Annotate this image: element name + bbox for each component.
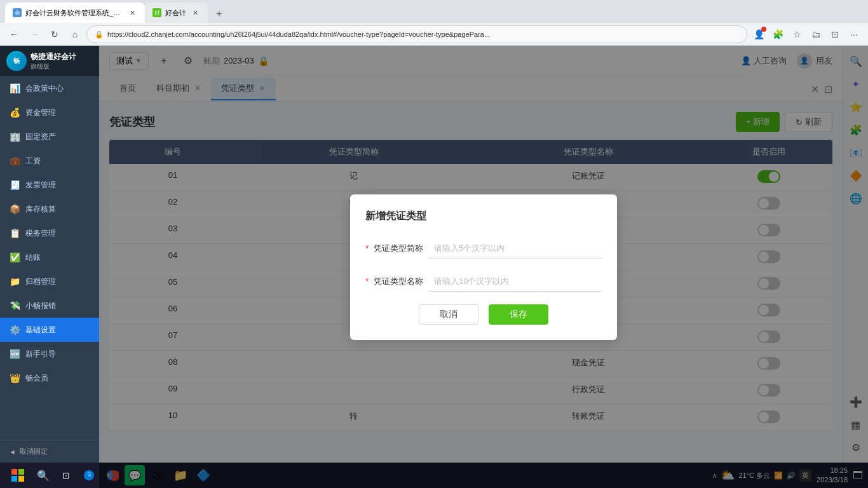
sidebar-item-checkout[interactable]: ✅ 结账 (0, 245, 99, 269)
sidebar-item-settings[interactable]: ⚙️ 基础设置 (0, 318, 99, 342)
pin-icon: ◄ (9, 448, 16, 456)
sidebar-label-finance: 资金管理 (25, 107, 56, 118)
sidebar-header: 畅 畅捷通好会计 旗舰版 (0, 46, 99, 76)
svg-rect-3 (18, 476, 24, 482)
svg-rect-1 (18, 469, 24, 475)
search-taskbar-button[interactable]: 🔍 (33, 465, 53, 485)
payroll-icon: 💼 (9, 155, 20, 166)
browser-tab-1[interactable]: 会 好会计云财务软件管理系统_会计 ✕ (5, 3, 145, 23)
sidebar-label-invoice: 发票管理 (25, 180, 56, 191)
expense-icon: 💸 (9, 300, 20, 311)
sidebar-label-dashboard: 会政策中心 (25, 83, 64, 94)
sidebar-item-tax[interactable]: 📋 税务管理 (0, 221, 99, 245)
tab-bar: 会 好会计云财务软件管理系统_会计 ✕ 好 好会计 ✕ + (0, 0, 868, 23)
logo-text: 畅 (13, 57, 20, 65)
new-tab-button[interactable]: + (210, 5, 228, 23)
sidebar-item-expense[interactable]: 💸 小畅报销 (0, 294, 99, 318)
browser-actions: 👤 🧩 ☆ 🗂 ⊡ ··· (750, 25, 863, 43)
app-subtitle: 旗舰版 (31, 62, 76, 71)
home-button[interactable]: ⌂ (66, 25, 84, 43)
tax-icon: 📋 (9, 227, 20, 239)
sidebar-item-inventory[interactable]: 📦 库存核算 (0, 197, 99, 221)
sidebar-item-member[interactable]: 👑 畅会员 (0, 366, 99, 390)
dashboard-icon: 📊 (9, 83, 20, 94)
sidebar-footer[interactable]: ◄ 取消固定 (0, 440, 99, 463)
svg-rect-2 (11, 476, 17, 482)
favorites-button[interactable]: ☆ (788, 25, 806, 43)
sidebar-label-checkout: 结账 (25, 252, 41, 263)
tab-close-1[interactable]: ✕ (128, 8, 137, 18)
browser-chrome: 会 好会计云财务软件管理系统_会计 ✕ 好 好会计 ✕ + ← → ↻ ⌂ 🔒 … (0, 0, 868, 46)
settings-icon: ⚙️ (9, 324, 20, 336)
url-text: https://cloud2.chanjet.com/accounting/uh… (107, 30, 739, 38)
sidebar-label-member: 畅会员 (25, 373, 48, 384)
assets-icon: 🏢 (9, 131, 20, 142)
required-mark-2: * (365, 276, 369, 286)
sidebar-item-invoice[interactable]: 🧾 发票管理 (0, 173, 99, 197)
collections-button[interactable]: 🗂 (807, 25, 825, 43)
finance-icon: 💰 (9, 107, 20, 118)
modal-overlay: 新增凭证类型 * 凭证类型简称 * 凭证类型名称 (99, 102, 843, 463)
tab-label-1: 好会计云财务软件管理系统_会计 (25, 8, 124, 18)
url-bar[interactable]: 🔒 https://cloud2.chanjet.com/accounting/… (86, 25, 747, 43)
profile-button[interactable]: 👤 (750, 25, 768, 43)
extensions-button[interactable]: 🧩 (769, 25, 787, 43)
cancel-button[interactable]: 取消 (419, 304, 478, 325)
sidebar-label-inventory: 库存核算 (25, 204, 56, 215)
sidebar-label-guide: 新手引导 (25, 349, 56, 360)
name-label: * 凭证类型名称 (365, 276, 429, 287)
main-content: 凭证类型 + 新增 ↻ 刷新 编号 凭证类型简称 凭证类型名称 是否启用 (99, 102, 843, 463)
tab-favicon-1: 会 (13, 8, 22, 17)
task-view-button[interactable]: ⊡ (56, 465, 76, 485)
footer-label: 取消固定 (20, 447, 48, 456)
form-row-name: * 凭证类型名称 (365, 271, 602, 292)
tab-favicon-2: 好 (153, 8, 161, 17)
abbr-input[interactable] (429, 238, 602, 259)
sidebar-label-expense: 小畅报销 (25, 301, 56, 311)
sidebar-label-settings: 基础设置 (25, 325, 56, 336)
notification-badge (761, 27, 766, 32)
member-icon: 👑 (9, 372, 20, 384)
content-area: 测试 ▼ + ⚙ 账期 2023-03 🔒 👤 人工咨询 👤 用友 (99, 46, 843, 463)
sidebar-label-archive: 归档管理 (25, 276, 56, 287)
required-mark: * (365, 243, 369, 253)
sidebar-nav: 📊 会政策中心 💰 资金管理 🏢 固定资产 💼 工资 🧾 发票管理 📦 (0, 76, 99, 440)
sidebar-item-payroll[interactable]: 💼 工资 (0, 149, 99, 173)
save-button[interactable]: 保存 (489, 304, 548, 325)
start-button[interactable] (5, 465, 31, 485)
forward-button[interactable]: → (25, 25, 43, 43)
checkout-icon: ✅ (9, 252, 20, 263)
sidebar-label-assets: 固定资产 (25, 132, 56, 142)
abbr-label: * 凭证类型简称 (365, 243, 429, 254)
tab-label-2: 好会计 (165, 8, 186, 18)
sidebar: 畅 畅捷通好会计 旗舰版 📊 会政策中心 💰 资金管理 🏢 固定资产 💼 (0, 46, 99, 463)
sidebar-label-tax: 税务管理 (25, 228, 56, 239)
reload-button[interactable]: ↻ (46, 25, 64, 43)
more-button[interactable]: ··· (845, 25, 863, 43)
modal-footer: 取消 保存 (365, 304, 602, 325)
browser-tab-2[interactable]: 好 好会计 ✕ (145, 3, 208, 23)
lock-icon: 🔒 (95, 30, 104, 39)
guide-icon: 🆕 (9, 348, 20, 360)
address-bar: ← → ↻ ⌂ 🔒 https://cloud2.chanjet.com/acc… (0, 23, 868, 46)
sidebar-item-assets[interactable]: 🏢 固定资产 (0, 125, 99, 149)
new-voucher-type-modal: 新增凭证类型 * 凭证类型简称 * 凭证类型名称 (350, 194, 617, 340)
sidebar-item-dashboard[interactable]: 📊 会政策中心 (0, 76, 99, 100)
sidebar-item-finance[interactable]: 💰 资金管理 (0, 100, 99, 125)
tab-close-2[interactable]: ✕ (190, 8, 200, 18)
form-row-abbr: * 凭证类型简称 (365, 238, 602, 259)
modal-title: 新增凭证类型 (365, 210, 602, 223)
sidebar-label-payroll: 工资 (25, 156, 41, 166)
app-title: 畅捷通好会计 (31, 51, 76, 62)
sidebar-item-archive[interactable]: 📁 归档管理 (0, 269, 99, 294)
zoom-button[interactable]: ⊡ (826, 25, 844, 43)
sidebar-item-guide[interactable]: 🆕 新手引导 (0, 342, 99, 366)
archive-icon: 📁 (9, 276, 20, 287)
back-button[interactable]: ← (5, 25, 23, 43)
svg-rect-0 (11, 469, 17, 475)
name-input[interactable] (429, 271, 602, 292)
edge-app[interactable] (79, 465, 99, 485)
invoice-icon: 🧾 (9, 179, 20, 191)
app-logo: 畅 (6, 51, 27, 71)
inventory-icon: 📦 (9, 203, 20, 215)
